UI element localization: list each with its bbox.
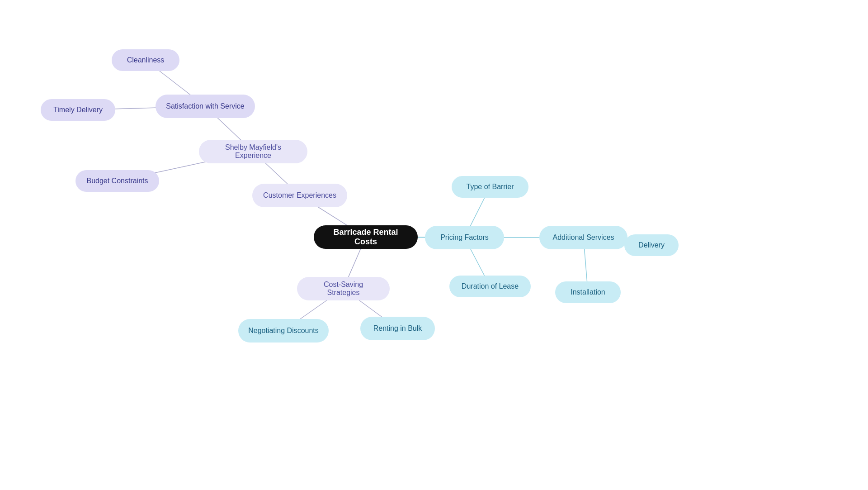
timely-delivery-node[interactable]: Timely Delivery bbox=[41, 99, 115, 121]
center-node[interactable]: Barricade Rental Costs bbox=[314, 225, 418, 249]
renting-in-bulk-node[interactable]: Renting in Bulk bbox=[360, 317, 435, 340]
cleanliness-node[interactable]: Cleanliness bbox=[112, 49, 179, 71]
additional-services-node[interactable]: Additional Services bbox=[539, 226, 627, 249]
pricing-factors-node[interactable]: Pricing Factors bbox=[425, 226, 504, 249]
duration-of-lease-node[interactable]: Duration of Lease bbox=[449, 276, 531, 297]
cost-saving-strategies-node[interactable]: Cost-Saving Strategies bbox=[297, 277, 390, 300]
satisfaction-service-node[interactable]: Satisfaction with Service bbox=[156, 95, 255, 118]
type-of-barrier-node[interactable]: Type of Barrier bbox=[452, 176, 528, 198]
customer-experiences-node[interactable]: Customer Experiences bbox=[252, 184, 347, 207]
budget-constraints-node[interactable]: Budget Constraints bbox=[75, 170, 159, 192]
delivery-node[interactable]: Delivery bbox=[624, 234, 679, 256]
negotiating-discounts-node[interactable]: Negotiating Discounts bbox=[238, 319, 329, 343]
shelby-experience-node[interactable]: Shelby Mayfield's Experience bbox=[199, 140, 307, 163]
installation-node[interactable]: Installation bbox=[555, 281, 621, 303]
